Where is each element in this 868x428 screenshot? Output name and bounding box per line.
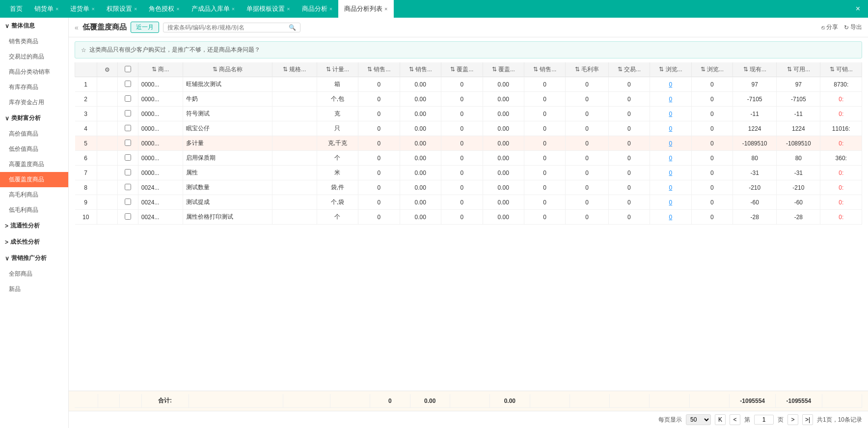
close-purchase-order[interactable]: × bbox=[91, 6, 94, 12]
sidebar-item-low-margin[interactable]: 低毛利商品 bbox=[0, 202, 68, 218]
row-checkbox[interactable] bbox=[125, 169, 131, 175]
row-browse1[interactable]: 0 bbox=[650, 136, 691, 151]
row-browse1[interactable]: 0 bbox=[650, 77, 691, 92]
row-checkbox[interactable] bbox=[125, 154, 131, 161]
sidebar-item-traded-products[interactable]: 交易过的商品 bbox=[0, 49, 68, 64]
sidebar-item-inventory-products[interactable]: 有库存商品 bbox=[0, 80, 68, 95]
col-saleable-header[interactable]: ⇅ 可销... bbox=[820, 62, 862, 77]
sidebar-item-all-products[interactable]: 全部商品 bbox=[0, 266, 68, 282]
col-name-header[interactable]: ⇅ 商品名称 bbox=[183, 62, 272, 77]
close-product-analysis[interactable]: × bbox=[329, 6, 332, 12]
next-page-btn[interactable]: > bbox=[787, 414, 798, 425]
row-browse1[interactable]: 0 bbox=[650, 121, 691, 136]
col-cover2-header[interactable]: ⇅ 覆盖... bbox=[483, 62, 524, 77]
sidebar-item-low-coverage[interactable]: 低覆盖度商品 bbox=[0, 172, 68, 187]
sidebar-group-wealth[interactable]: ∨ 类财富分析 bbox=[0, 110, 68, 126]
sidebar-group-overall[interactable]: ∨ 整体信息 bbox=[0, 18, 68, 34]
nav-permission-settings[interactable]: 权限设置 × bbox=[101, 0, 143, 18]
row-check[interactable] bbox=[117, 195, 138, 210]
export-button[interactable]: ↻ 导出 bbox=[844, 23, 862, 31]
row-checkbox[interactable] bbox=[125, 140, 131, 146]
row-check[interactable] bbox=[117, 77, 138, 92]
nav-finished-goods[interactable]: 产成品入库单 × bbox=[186, 0, 241, 18]
row-checkbox[interactable] bbox=[125, 199, 131, 205]
close-product-analysis-list[interactable]: × bbox=[384, 6, 387, 12]
row-browse1[interactable]: 0 bbox=[650, 166, 691, 180]
search-input[interactable] bbox=[167, 24, 289, 31]
row-check[interactable] bbox=[117, 166, 138, 180]
sidebar-item-high-value[interactable]: 高价值商品 bbox=[0, 126, 68, 142]
nav-template-settings[interactable]: 单据模板设置 × bbox=[241, 0, 296, 18]
col-grossrate-header[interactable]: ⇅ 毛利率 bbox=[566, 62, 608, 77]
last-page-btn[interactable]: >| bbox=[802, 414, 813, 425]
row-browse1[interactable]: 0 bbox=[650, 92, 691, 107]
row-checkbox[interactable] bbox=[125, 213, 131, 220]
page-size-select[interactable]: 50 100 200 bbox=[686, 414, 711, 425]
row-checkbox[interactable] bbox=[125, 184, 131, 190]
nav-sales-order[interactable]: 销货单 × bbox=[28, 0, 64, 18]
row-checkbox[interactable] bbox=[125, 125, 131, 131]
sidebar-item-inventory-capital[interactable]: 库存资金占用 bbox=[0, 95, 68, 110]
filter-recent-month[interactable]: 近一月 bbox=[131, 22, 159, 33]
col-browse1-header[interactable]: ⇅ 浏览... bbox=[650, 62, 691, 77]
first-page-btn[interactable]: K bbox=[715, 414, 726, 425]
sidebar-item-category-rate[interactable]: 商品分类动销率 bbox=[0, 64, 68, 80]
select-all-checkbox[interactable] bbox=[125, 66, 131, 72]
table-container[interactable]: ⚙ ⇅ 商... ⇅ 商品名称 ⇅ 规格... ⇅ 计量... bbox=[69, 62, 868, 391]
sidebar-item-low-value[interactable]: 低价值商品 bbox=[0, 142, 68, 157]
row-browse1[interactable]: 0 bbox=[650, 151, 691, 166]
nav-role-auth[interactable]: 角色授权 × bbox=[143, 0, 185, 18]
share-button[interactable]: ⎋ 分享 bbox=[821, 23, 838, 31]
row-checkbox[interactable] bbox=[125, 81, 131, 87]
row-browse1[interactable]: 0 bbox=[650, 107, 691, 121]
row-check[interactable] bbox=[117, 136, 138, 151]
col-sales3-header[interactable]: ⇅ 销售... bbox=[524, 62, 565, 77]
row-check[interactable] bbox=[117, 151, 138, 166]
col-trade-header[interactable]: ⇅ 交易... bbox=[608, 62, 650, 77]
sidebar-item-new-products[interactable]: 新品 bbox=[0, 282, 68, 297]
close-all-tabs[interactable]: × bbox=[852, 4, 864, 13]
row-check[interactable] bbox=[117, 121, 138, 136]
search-icon[interactable]: 🔍 bbox=[289, 24, 296, 31]
row-checkbox[interactable] bbox=[125, 110, 131, 116]
col-code-header[interactable]: ⇅ 商... bbox=[138, 62, 183, 77]
page-number-input[interactable] bbox=[754, 415, 774, 425]
sidebar-item-high-coverage[interactable]: 高覆盖度商品 bbox=[0, 157, 68, 172]
row-check[interactable] bbox=[117, 210, 138, 225]
col-spec-header[interactable]: ⇅ 规格... bbox=[272, 62, 317, 77]
close-template-settings[interactable]: × bbox=[287, 6, 290, 12]
sidebar-group-flow[interactable]: > 流通性分析 bbox=[0, 218, 68, 234]
nav-purchase-order[interactable]: 进货单 × bbox=[64, 0, 100, 18]
close-permission-settings[interactable]: × bbox=[134, 6, 137, 12]
col-salesamt-header[interactable]: ⇅ 销售... bbox=[400, 62, 441, 77]
page-suffix: 页 bbox=[778, 416, 784, 424]
row-browse1[interactable]: 0 bbox=[650, 180, 691, 195]
col-available-header[interactable]: ⇅ 可用... bbox=[777, 62, 820, 77]
nav-product-analysis[interactable]: 商品分析 × bbox=[296, 0, 338, 18]
col-check-header[interactable] bbox=[117, 62, 138, 77]
nav-product-analysis-list[interactable]: 商品分析列表 × bbox=[338, 0, 393, 18]
row-browse1[interactable]: 0 bbox=[650, 195, 691, 210]
close-role-auth[interactable]: × bbox=[176, 6, 179, 12]
close-finished-goods[interactable]: × bbox=[232, 6, 235, 12]
col-unit-header[interactable]: ⇅ 计量... bbox=[317, 62, 358, 77]
row-browse1[interactable]: 0 bbox=[650, 210, 691, 225]
col-cover1-header[interactable]: ⇅ 覆盖... bbox=[441, 62, 483, 77]
row-code: 0000... bbox=[138, 107, 183, 121]
col-browse2-header[interactable]: ⇅ 浏览... bbox=[691, 62, 732, 77]
prev-page-btn[interactable]: < bbox=[730, 414, 740, 425]
col-salesqty-header[interactable]: ⇅ 销售... bbox=[358, 62, 400, 77]
sidebar-item-high-margin[interactable]: 高毛利商品 bbox=[0, 187, 68, 202]
row-checkbox[interactable] bbox=[125, 95, 131, 102]
sidebar-group-marketing[interactable]: ∨ 营销推广分析 bbox=[0, 250, 68, 266]
close-sales-order[interactable]: × bbox=[55, 6, 58, 12]
collapse-sidebar-btn[interactable]: « bbox=[75, 24, 79, 31]
sidebar-group-growth[interactable]: > 成长性分析 bbox=[0, 234, 68, 250]
col-current-header[interactable]: ⇅ 现有... bbox=[733, 62, 777, 77]
row-check[interactable] bbox=[117, 107, 138, 121]
sidebar-item-sales-products[interactable]: 销售类商品 bbox=[0, 34, 68, 49]
nav-home[interactable]: 首页 bbox=[4, 0, 28, 18]
row-check[interactable] bbox=[117, 92, 138, 107]
col-settings-header[interactable]: ⚙ bbox=[97, 62, 117, 77]
row-check[interactable] bbox=[117, 180, 138, 195]
